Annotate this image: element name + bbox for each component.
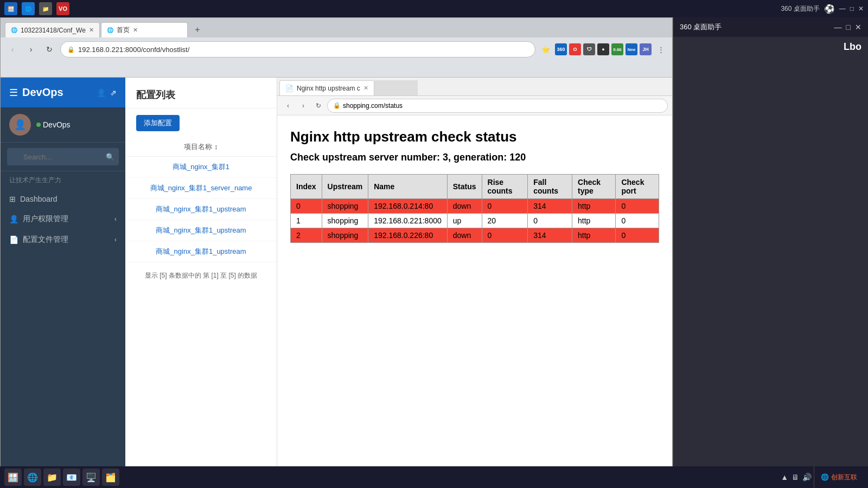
chrome-icon[interactable]: 🌐 — [22, 2, 35, 15]
table-header-row: Index Upstream Name Status Rise counts F… — [291, 175, 659, 199]
sidebar-user: 👤 DevOps — [1, 107, 125, 143]
config-item-5[interactable]: 商城_nginx_集群1_upstream — [125, 241, 277, 262]
sys-speaker-icon[interactable]: 🔊 — [802, 473, 812, 481]
tab1-label: 1032231418/Conf_We — [21, 27, 86, 34]
win-taskbar-top: 🪟 🌐 📁 VO 360 桌面助手 ⚽ — □ ✕ — [0, 0, 868, 17]
sidebar-header-icons: 👤 ⇗ — [97, 88, 117, 97]
sidebar-item-config[interactable]: 📄 配置文件管理 ‹ — [1, 229, 125, 250]
forward-btn[interactable]: › — [23, 42, 39, 57]
add-config-button[interactable]: 添加配置 — [136, 115, 180, 131]
search-input[interactable] — [7, 148, 119, 165]
top-close-btn[interactable]: ✕ — [858, 5, 864, 12]
config-panel-title: 配置列表 — [136, 88, 175, 101]
taskbar-mail-btn[interactable]: 📧 — [63, 468, 80, 486]
config-list-panel: 配置列表 添加配置 项目名称 ↕ 商城_nginx_集群1 商城_nginx_集… — [125, 78, 277, 484]
tab1-close[interactable]: ✕ — [89, 27, 94, 34]
ext-new-icon[interactable]: New — [626, 43, 637, 55]
ext-dark-icon[interactable]: ● — [597, 43, 609, 55]
taskbar-folder-btn[interactable]: 📁 — [43, 468, 61, 486]
sidebar-item-users[interactable]: 👤 用户权限管理 ‹ — [1, 209, 125, 229]
lbo-label: Lbo — [844, 41, 861, 53]
sidebar-item-config-left: 📄 配置文件管理 — [9, 235, 68, 245]
browser-content: ☰ DevOps 👤 ⇗ 👤 DevOps — [1, 78, 672, 484]
ext-jh-icon[interactable]: JH — [640, 43, 652, 55]
top-soccer-icon: ⚽ — [824, 4, 835, 14]
vo-icon[interactable]: VO — [56, 2, 69, 15]
inner-refresh-btn[interactable]: ↻ — [312, 99, 325, 112]
nginx-page-title: Nginx http upstream check status — [290, 129, 659, 145]
sys-network-icon[interactable]: 🖥 — [792, 473, 799, 481]
inner-address-bar[interactable]: 🔒 shopping.com/status — [327, 99, 668, 113]
taskbar-desktop-btn[interactable]: 🖥️ — [82, 468, 100, 486]
inner-tab-nginx[interactable]: 📄 Nginx http upstream c ✕ — [279, 80, 374, 95]
rp-minimize-btn[interactable]: — — [834, 23, 842, 31]
config-item-1-label: 商城_nginx_集群1 — [173, 163, 229, 171]
top-taskbar-right: 360 桌面助手 ⚽ — □ ✕ — [781, 4, 864, 14]
rp-close-btn[interactable]: ✕ — [855, 23, 861, 31]
nginx-status-table: Index Upstream Name Status Rise counts F… — [290, 174, 659, 243]
user-name: DevOps — [43, 120, 71, 129]
ext-opera-icon[interactable]: O — [569, 43, 581, 55]
new-tab-btn[interactable]: + — [189, 22, 206, 37]
inner-tab-close[interactable]: ✕ — [363, 85, 368, 92]
top-minimize-btn[interactable]: — — [839, 5, 846, 12]
share-icon[interactable]: ⇗ — [110, 88, 117, 97]
sidebar-tagline: 让技术产生生产力 — [1, 171, 125, 189]
col-rise: Rise counts — [482, 175, 528, 199]
browser-tab-2[interactable]: 🌐 首页 ✕ — [101, 22, 188, 37]
start-icon[interactable]: 🪟 — [4, 2, 17, 15]
taskbar-brand-icon: 🌐 — [821, 473, 829, 481]
menu-btn[interactable]: ⋮ — [654, 42, 668, 56]
table-row: 1shopping192.168.0.221:8000up200http0 — [291, 214, 659, 228]
config-item-3-label: 商城_nginx_集群1_upstream — [156, 205, 246, 213]
refresh-btn[interactable]: ↻ — [42, 42, 57, 57]
back-btn[interactable]: ‹ — [5, 42, 20, 57]
bookmark-btn[interactable]: ⭐ — [539, 42, 553, 56]
sys-up-icon[interactable]: ▲ — [781, 473, 788, 481]
devops-sidebar: ☰ DevOps 👤 ⇗ 👤 DevOps — [1, 78, 125, 484]
avatar-icon[interactable]: 👤 — [97, 88, 106, 97]
sidebar-search: 🔍 — [1, 143, 125, 171]
col-index: Index — [291, 175, 322, 199]
dashboard-icon: ⊞ — [9, 195, 16, 203]
sidebar-item-dashboard[interactable]: ⊞ Dashboard — [1, 189, 125, 209]
ext-green-icon[interactable]: 0.66 — [611, 43, 623, 55]
ext-shield-icon[interactable]: 🛡 — [583, 43, 595, 55]
hamburger-icon[interactable]: ☰ — [9, 87, 18, 99]
folder-icon[interactable]: 📁 — [39, 2, 52, 15]
address-bar[interactable]: 🔒 192.168.0.221:8000/confd/vhostlist/ — [60, 41, 535, 57]
taskbar-brand-text: 创新互联 — [831, 473, 857, 482]
sidebar-item-dashboard-left: ⊞ Dashboard — [9, 195, 58, 203]
sidebar-item-dashboard-label: Dashboard — [20, 195, 58, 203]
taskbar-files-btn[interactable]: 🗂️ — [102, 468, 119, 486]
config-item-4-label: 商城_nginx_集群1_upstream — [156, 226, 246, 234]
config-icon: 📄 — [9, 235, 18, 244]
inner-address-text: shopping.com/status — [343, 102, 403, 110]
table-row: 2shopping192.168.0.226:80down0314http0 — [291, 228, 659, 243]
lbo-area: Lbo — [673, 37, 868, 57]
tab2-close[interactable]: ✕ — [133, 27, 138, 34]
inner-toolbar: ‹ › ↻ 🔒 shopping.com/status — [277, 96, 672, 115]
browser-tab-1[interactable]: 🌐 1032231418/Conf_We ✕ — [5, 22, 100, 37]
sidebar-header: ☰ DevOps 👤 ⇗ — [1, 78, 125, 107]
config-item-1[interactable]: 商城_nginx_集群1 — [125, 157, 277, 178]
config-item-2[interactable]: 商城_nginx_集群1_server_name — [125, 178, 277, 199]
config-item-3[interactable]: 商城_nginx_集群1_upstream — [125, 199, 277, 220]
col-check-type: Check type — [572, 175, 616, 199]
browser-toolbar: ‹ › ↻ 🔒 192.168.0.221:8000/confd/vhostli… — [1, 37, 672, 61]
search-icon: 🔍 — [106, 153, 114, 161]
config-sort-header[interactable]: 项目名称 ↕ — [125, 138, 277, 157]
address-text: 192.168.0.221:8000/confd/vhostlist/ — [78, 46, 189, 54]
inner-forward-btn[interactable]: › — [297, 99, 310, 112]
rp-restore-btn[interactable]: □ — [846, 23, 851, 31]
ext-360-icon[interactable]: 360 — [555, 43, 567, 55]
taskbar-chrome-btn[interactable]: 🌐 — [24, 468, 41, 486]
top-taskbar-left: 🪟 🌐 📁 VO — [4, 2, 69, 15]
inner-back-btn[interactable]: ‹ — [282, 99, 295, 112]
config-item-4[interactable]: 商城_nginx_集群1_upstream — [125, 220, 277, 241]
inner-new-tab[interactable] — [374, 80, 418, 95]
config-item-5-label: 商城_nginx_集群1_upstream — [156, 247, 246, 255]
col-fall: Fall counts — [528, 175, 572, 199]
taskbar-start-btn[interactable]: 🪟 — [4, 468, 22, 486]
top-restore-btn[interactable]: □ — [850, 5, 854, 12]
